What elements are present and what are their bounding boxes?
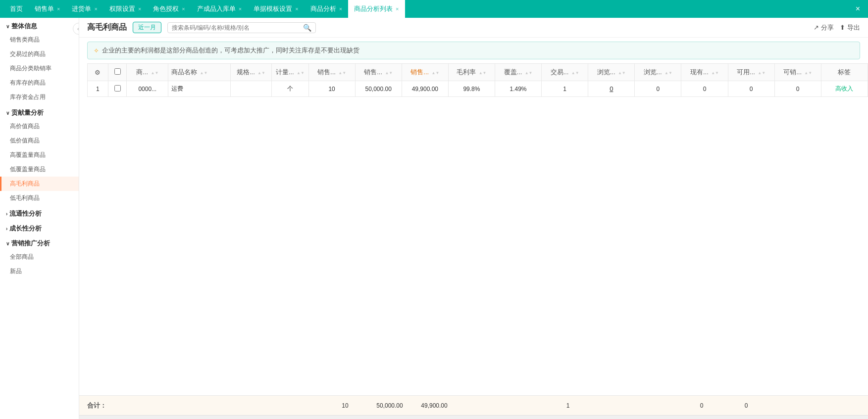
select-all-checkbox[interactable] bbox=[114, 68, 121, 75]
nav-item-8[interactable]: 商品分析列表 × bbox=[348, 0, 405, 18]
col-header-saleable-stock[interactable]: 可销... ▲▼ bbox=[774, 64, 821, 81]
sidebar-item-1-4[interactable]: 高毛利商品 bbox=[0, 177, 79, 191]
horizontal-scrollbar[interactable] bbox=[79, 415, 868, 419]
nav-item-close-5[interactable]: × bbox=[239, 6, 242, 12]
footer-cell-17 bbox=[813, 402, 858, 409]
sidebar-group-3[interactable]: ›成长性分析 bbox=[0, 220, 79, 235]
nav-item-4[interactable]: 角色授权 × bbox=[147, 0, 191, 18]
sidebar-item-0-3[interactable]: 有库存的商品 bbox=[0, 76, 79, 90]
nav-item-close-8[interactable]: × bbox=[396, 6, 399, 12]
cell-trade-0: 1 bbox=[542, 81, 588, 97]
cell-sales-amount-0: 50,000.00 bbox=[355, 81, 402, 97]
sidebar-group-label-1: 贡献量分析 bbox=[11, 108, 44, 117]
col-header-sales-qty[interactable]: 销售... ▲▼ bbox=[308, 64, 355, 81]
search-input[interactable] bbox=[172, 24, 303, 31]
sidebar-group-arrow-3: › bbox=[6, 226, 7, 232]
footer-cell-13 bbox=[635, 402, 679, 409]
col-header-name[interactable]: 商品名称 ▲▼ bbox=[168, 64, 230, 81]
settings-icon[interactable]: ⚙ bbox=[95, 69, 101, 76]
share-button[interactable]: ↗ 分享 bbox=[814, 23, 834, 32]
footer-label: 合计： bbox=[87, 401, 117, 410]
nav-item-close-3[interactable]: × bbox=[138, 6, 141, 12]
footer-cell-3 bbox=[194, 402, 254, 409]
col-code-label: 商... bbox=[136, 68, 148, 76]
row-checkbox-0[interactable] bbox=[114, 85, 121, 92]
nav-item-close-2[interactable]: × bbox=[94, 6, 97, 12]
col-header-code[interactable]: 商... ▲▼ bbox=[127, 64, 168, 81]
col-header-coverage[interactable]: 覆盖... ▲▼ bbox=[495, 64, 541, 81]
col-sort-browse1: ▲▼ bbox=[618, 71, 626, 75]
footer-cell-12 bbox=[590, 402, 635, 409]
col-sort-gross-margin: ▲▼ bbox=[479, 71, 487, 75]
sidebar-item-1-5[interactable]: 低毛利商品 bbox=[0, 191, 79, 205]
search-icon[interactable]: 🔍 bbox=[303, 24, 311, 32]
cell-sales-profit-0: 49,900.00 bbox=[402, 81, 448, 97]
col-header-trade[interactable]: 交易... ▲▼ bbox=[542, 64, 588, 81]
export-button[interactable]: ⬆ 导出 bbox=[840, 23, 860, 32]
sidebar-group-4[interactable]: ∨营销推广分析 bbox=[0, 235, 79, 250]
nav-item-5[interactable]: 产成品入库单 × bbox=[191, 0, 248, 18]
header-actions: ↗ 分享 ⬆ 导出 bbox=[814, 23, 860, 32]
cell-available-stock-0: 0 bbox=[728, 81, 774, 97]
nav-item-1[interactable]: 销售单 × bbox=[29, 0, 66, 18]
col-current-stock-label: 现有... bbox=[690, 68, 709, 76]
sidebar-group-arrow-2: › bbox=[6, 211, 7, 217]
col-header-browse2[interactable]: 浏览... ▲▼ bbox=[635, 64, 681, 81]
col-header-available-stock[interactable]: 可用... ▲▼ bbox=[728, 64, 774, 81]
sidebar-item-1-2[interactable]: 高覆盖量商品 bbox=[0, 148, 79, 162]
date-filter-button[interactable]: 近一月 bbox=[133, 22, 161, 33]
cell-browse1-0: 0 bbox=[588, 81, 635, 97]
sidebar-item-0-0[interactable]: 销售类商品 bbox=[0, 33, 79, 47]
nav-item-6[interactable]: 单据模板设置 × bbox=[248, 0, 304, 18]
col-sort-available-stock: ▲▼ bbox=[758, 71, 766, 75]
sidebar-item-0-2[interactable]: 商品分类助销率 bbox=[0, 61, 79, 76]
nav-item-3[interactable]: 权限设置 × bbox=[103, 0, 147, 18]
sidebar-item-1-3[interactable]: 低覆盖量商品 bbox=[0, 162, 79, 177]
nav-item-label-2: 进货单 bbox=[72, 4, 91, 13]
col-header-gross-margin[interactable]: 毛利率 ▲▼ bbox=[448, 64, 495, 81]
col-header-sales-amount[interactable]: 销售... ▲▼ bbox=[355, 64, 402, 81]
nav-item-close-7[interactable]: × bbox=[339, 6, 342, 12]
col-header-browse1[interactable]: 浏览... ▲▼ bbox=[588, 64, 635, 81]
sidebar-item-0-4[interactable]: 库存资金占用 bbox=[0, 90, 79, 104]
sidebar-group-arrow-4: ∨ bbox=[6, 241, 9, 246]
col-gross-margin-label: 毛利率 bbox=[457, 68, 476, 76]
col-sort-browse2: ▲▼ bbox=[664, 71, 672, 75]
sidebar-item-4-0[interactable]: 全部商品 bbox=[0, 250, 79, 264]
sidebar-item-1-1[interactable]: 低价值商品 bbox=[0, 134, 79, 148]
nav-item-close-1[interactable]: × bbox=[57, 6, 60, 12]
top-navigation: 首页销售单 ×进货单 ×权限设置 ×角色授权 ×产成品入库单 ×单据模板设置 ×… bbox=[0, 0, 868, 18]
info-icon: ✧ bbox=[94, 47, 99, 54]
sidebar-group-1[interactable]: ∨贡献量分析 bbox=[0, 104, 79, 119]
col-sales-profit-label: 销售... bbox=[410, 68, 429, 76]
col-header-sales-profit[interactable]: 销售... ▲▼ bbox=[402, 64, 448, 81]
sidebar-item-4-1[interactable]: 新品 bbox=[0, 264, 79, 279]
sidebar-item-1-0[interactable]: 高价值商品 bbox=[0, 119, 79, 134]
footer-totals: 1050,000.0049,900.00100 bbox=[117, 402, 860, 409]
nav-item-label-4: 角色授权 bbox=[153, 4, 179, 13]
window-close-button[interactable]: × bbox=[852, 4, 864, 13]
col-header-unit[interactable]: 计量... ▲▼ bbox=[272, 64, 308, 81]
sidebar-group-0[interactable]: ∨整体信息 bbox=[0, 18, 79, 33]
col-sort-current-stock: ▲▼ bbox=[711, 71, 719, 75]
cell-tag-0: 高收入 bbox=[821, 81, 868, 97]
col-sort-spec: ▲▼ bbox=[257, 71, 265, 75]
nav-item-0[interactable]: 首页 bbox=[4, 0, 29, 18]
col-header-checkbox bbox=[108, 64, 127, 81]
footer-cell-1 bbox=[137, 402, 154, 409]
col-sort-unit: ▲▼ bbox=[297, 71, 305, 75]
nav-item-close-6[interactable]: × bbox=[295, 6, 298, 12]
sidebar: « ∨整体信息销售类商品交易过的商品商品分类助销率有库存的商品库存资金占用∨贡献… bbox=[0, 18, 79, 419]
col-header-tag[interactable]: 标签 bbox=[821, 64, 868, 81]
sidebar-group-2[interactable]: ›流通性分析 bbox=[0, 205, 79, 220]
cell-browse1-link-0[interactable]: 0 bbox=[610, 85, 613, 93]
nav-item-2[interactable]: 进货单 × bbox=[66, 0, 103, 18]
col-header-current-stock[interactable]: 现有... ▲▼ bbox=[681, 64, 728, 81]
sidebar-item-0-1[interactable]: 交易过的商品 bbox=[0, 47, 79, 61]
col-sort-sales-profit: ▲▼ bbox=[431, 71, 439, 75]
col-header-spec[interactable]: 规格... ▲▼ bbox=[230, 64, 272, 81]
sidebar-group-label-3: 成长性分析 bbox=[9, 224, 42, 233]
nav-item-7[interactable]: 商品分析 × bbox=[305, 0, 348, 18]
nav-item-close-4[interactable]: × bbox=[182, 6, 185, 12]
table-footer: 合计： 1050,000.0049,900.00100 bbox=[79, 395, 868, 415]
